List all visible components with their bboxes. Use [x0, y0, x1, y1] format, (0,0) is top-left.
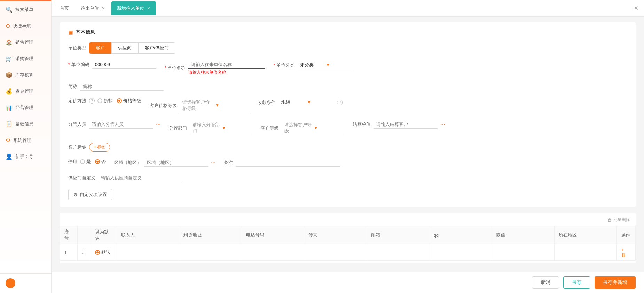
disabled-yes[interactable]: 是: [80, 158, 91, 165]
sidebar-item-operations[interactable]: 📊 经营管理: [0, 99, 51, 116]
main-area: 首页 往来单位 ✕ 新增往来单位 ✕ ✕ ▣ 基本信息 单位类型 客户: [52, 0, 644, 293]
payment-help-icon[interactable]: ?: [337, 100, 343, 105]
row-fax-input[interactable]: [308, 250, 362, 255]
row-email[interactable]: [367, 244, 429, 261]
customer-level-label: 客户等级: [261, 125, 279, 131]
type-btn-supplier[interactable]: 供应商: [111, 42, 138, 54]
customer-price-select[interactable]: 请选择客户价格等级 ▼: [180, 98, 249, 113]
tab-partners-close[interactable]: ✕: [102, 6, 105, 11]
tags-label: 客户标签: [68, 144, 86, 150]
add-tag-button[interactable]: + 标签: [89, 143, 110, 152]
row-phone[interactable]: [242, 244, 304, 261]
customer-price-label: 客户价格等级: [150, 103, 177, 109]
type-btn-customer[interactable]: 客户: [89, 42, 111, 54]
customer-level-placeholder: 请选择客户等级: [284, 122, 312, 134]
sidebar-item-inventory[interactable]: 📦 库存核算: [0, 67, 51, 83]
cancel-button[interactable]: 取消: [532, 276, 559, 289]
row-qq-input[interactable]: [433, 250, 487, 255]
unit-code-label: 单位编码: [68, 62, 89, 68]
customer-level-select[interactable]: 请选择客户等级 ▼: [282, 120, 344, 136]
row-default-radio[interactable]: 默认: [95, 249, 112, 255]
row-region[interactable]: [554, 244, 617, 261]
row-contact-input[interactable]: [121, 250, 175, 255]
row-phone-input[interactable]: [246, 250, 300, 255]
disabled-no[interactable]: 否: [95, 158, 106, 165]
disabled-field: 停用 是 否: [68, 158, 106, 165]
trash-icon: 🗑: [608, 218, 612, 222]
pricing-discount-radio[interactable]: [97, 98, 102, 103]
pricing-discount[interactable]: 折扣: [97, 98, 113, 104]
unit-name-input[interactable]: [188, 60, 265, 69]
row-address-input[interactable]: [183, 250, 237, 255]
unit-code-input[interactable]: [92, 60, 156, 69]
contact-table-section: 🗑 批量删除 序号 设为默认 联系人 到货地址 电话号码 传真 邮箱 qq: [60, 213, 636, 263]
inventory-icon: 📦: [6, 72, 13, 78]
purchase-icon: 🛒: [6, 55, 13, 62]
save-button[interactable]: 保存: [563, 276, 590, 289]
region-field: 区域（地区） ···: [114, 158, 215, 167]
row-default: 默认: [91, 244, 117, 261]
custom-settings-button[interactable]: ⚙ 自定义项设置: [68, 189, 112, 200]
sidebar-item-system[interactable]: ⚙ 系统管理: [0, 132, 51, 148]
sidebar-item-guide[interactable]: 👤 新手引导: [0, 148, 51, 165]
tab-home[interactable]: 首页: [54, 1, 74, 15]
sidebar-item-purchase[interactable]: 🛒 采购管理: [0, 50, 51, 67]
batch-delete-button[interactable]: 🗑 批量删除: [608, 217, 630, 223]
pricing-price-level-radio[interactable]: [117, 98, 122, 103]
department-select[interactable]: 请输入分管部门 ▼: [190, 120, 252, 136]
tab-partners-label: 往来单位: [81, 5, 99, 11]
tab-new-partner-close[interactable]: ✕: [147, 6, 150, 11]
row-contact[interactable]: [117, 244, 179, 261]
row-address[interactable]: [179, 244, 242, 261]
settlement-more-icon[interactable]: ···: [440, 121, 445, 128]
region-input[interactable]: [144, 158, 208, 167]
row-checkbox-cell[interactable]: [77, 244, 91, 261]
disabled-yes-radio[interactable]: [80, 159, 85, 164]
row-region-input[interactable]: [559, 250, 613, 255]
row-add-icon[interactable]: +: [621, 247, 624, 252]
row-fax[interactable]: [304, 244, 367, 261]
sidebar-item-sales[interactable]: 🏠 销售管理: [0, 34, 51, 50]
customer-level-field: 客户等级 请选择客户等级 ▼: [261, 120, 344, 136]
unit-type-row: 单位类型 客户 供应商 客户/供应商: [68, 42, 627, 54]
pricing-price-level-label: 价格等级: [123, 98, 141, 104]
row-default-radio-btn[interactable]: [95, 250, 100, 255]
col-address: 到货地址: [179, 226, 242, 244]
payment-terms-select[interactable]: 现结 ▼: [278, 98, 334, 107]
window-close[interactable]: ✕: [631, 3, 641, 13]
supplier-custom-input[interactable]: [98, 174, 182, 182]
unit-category-field: 单位分类 未分类 ▼: [273, 60, 353, 70]
pricing-price-level[interactable]: 价格等级: [117, 98, 141, 104]
row-wechat-input[interactable]: [496, 250, 550, 255]
sidebar-item-quick-nav[interactable]: ⊙ 快捷导航: [0, 18, 51, 34]
save-new-button[interactable]: 保存并新增: [595, 276, 636, 289]
row-email-input[interactable]: [371, 250, 425, 255]
sidebar-item-basic[interactable]: 📋 基础信息: [0, 116, 51, 132]
disabled-no-radio[interactable]: [95, 159, 100, 164]
customer-level-arrow: ▼: [314, 125, 341, 130]
pricing-help-icon[interactable]: ?: [89, 98, 95, 104]
tab-partners[interactable]: 往来单位 ✕: [75, 1, 111, 15]
region-more-icon[interactable]: ···: [211, 160, 215, 166]
row-checkbox[interactable]: [82, 250, 86, 254]
row-index: 1: [60, 244, 78, 261]
unit-category-value: 未分类: [300, 62, 324, 68]
tab-new-partner[interactable]: 新增往来单位 ✕: [111, 1, 156, 15]
settlement-unit-input[interactable]: [374, 120, 438, 129]
type-btn-both[interactable]: 客户/供应商: [138, 42, 175, 54]
row-qq[interactable]: [429, 244, 492, 261]
row-wechat[interactable]: [492, 244, 555, 261]
remark-input[interactable]: [236, 158, 340, 167]
customer-price-placeholder: 请选择客户价格等级: [182, 99, 214, 112]
system-icon: ⚙: [6, 137, 10, 144]
sidebar-item-search[interactable]: 🔍 搜索菜单: [0, 1, 51, 18]
tab-home-label: 首页: [60, 5, 69, 11]
short-name-row: 简称: [68, 82, 627, 91]
manager-more-icon[interactable]: ···: [156, 121, 160, 128]
short-name-input[interactable]: [80, 82, 164, 91]
manager-input[interactable]: [89, 120, 153, 129]
sidebar-item-finance[interactable]: 💰 资金管理: [0, 83, 51, 99]
unit-category-select[interactable]: 未分类 ▼: [297, 60, 353, 70]
col-region: 所在地区: [554, 226, 617, 244]
row-delete-icon[interactable]: 🗑: [621, 252, 626, 258]
